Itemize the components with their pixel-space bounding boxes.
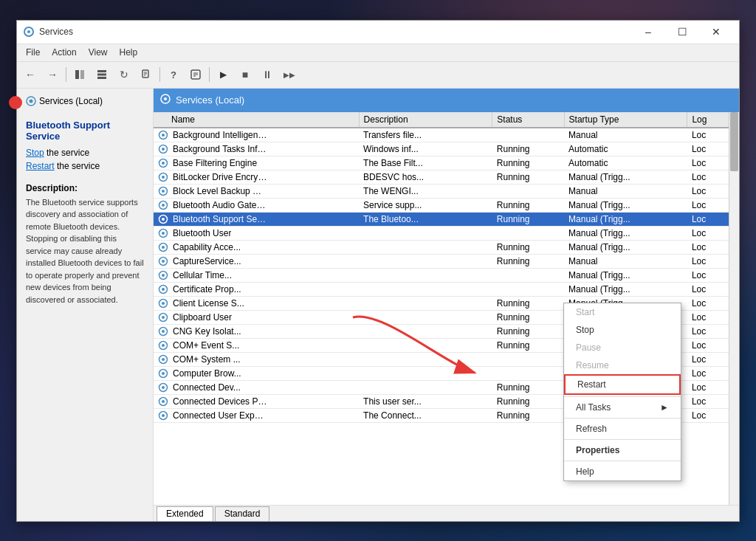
menu-bar: File Action View Help (17, 44, 739, 62)
table-row[interactable]: Base Filtering EngineThe Base Filt...Run… (154, 156, 739, 170)
svg-rect-2 (75, 70, 79, 79)
service-name-cell: Client License S... (154, 297, 272, 310)
refresh-button[interactable]: ↻ (114, 64, 134, 85)
service-row-icon (158, 130, 170, 140)
ctx-alltasks-item[interactable]: All Tasks ► (564, 399, 681, 416)
table-row[interactable]: Bluetooth Audio Gateway Se...Service sup… (154, 198, 739, 212)
back-button[interactable]: ← (20, 64, 41, 85)
svg-point-36 (162, 246, 165, 249)
service-row-icon (158, 200, 170, 210)
svg-point-44 (162, 302, 165, 305)
minimize-button[interactable]: – (631, 20, 665, 44)
service-row-icon (158, 326, 170, 337)
ctx-pause-item[interactable]: Pause (564, 339, 681, 356)
scrollbar-track[interactable] (729, 112, 739, 505)
services-header-bar: Services (Local) (154, 89, 739, 112)
table-row[interactable]: Bluetooth Support ServiceThe Bluetoo...R… (154, 212, 739, 226)
context-menu: Start Stop Pause Resume Restart All Task… (563, 303, 681, 481)
window-controls: – ☐ ✕ (631, 20, 733, 44)
service-name-cell: Connected Devices Platform ... (154, 395, 272, 408)
menu-action[interactable]: Action (46, 44, 82, 61)
selected-service-name: Bluetooth Support Service (26, 120, 144, 142)
service-row-icon (158, 256, 170, 266)
service-name-cell: Background Tasks Infrastruc... (154, 142, 272, 156)
tab-extended[interactable]: Extended (157, 506, 213, 521)
svg-point-22 (162, 148, 165, 151)
table-row[interactable]: CaptureService...RunningManualLoc (154, 254, 739, 268)
ctx-resume-item[interactable]: Resume (564, 356, 681, 374)
ctx-restart-item[interactable]: Restart (564, 374, 681, 395)
properties-button[interactable] (185, 64, 206, 85)
menu-help[interactable]: Help (114, 44, 144, 61)
svg-point-32 (162, 218, 165, 221)
stop-link[interactable]: Stop (26, 148, 44, 158)
svg-point-48 (162, 330, 165, 333)
table-row[interactable]: Capability Acce...RunningManual (Trigg..… (154, 240, 739, 254)
col-description[interactable]: Description (359, 112, 492, 128)
service-row-icon (158, 172, 170, 182)
svg-point-26 (162, 176, 165, 179)
ctx-help-item[interactable]: Help (564, 463, 681, 480)
help-button[interactable]: ? (163, 64, 184, 85)
svg-point-16 (30, 99, 33, 103)
menu-file[interactable]: File (20, 44, 46, 61)
ctx-properties-item[interactable]: Properties (564, 441, 681, 459)
table-row[interactable]: Bluetooth UserManual (Trigg...Loc (154, 226, 739, 240)
list-button[interactable] (92, 64, 112, 85)
table-row[interactable]: Certificate Prop...Manual (Trigg...Loc (154, 282, 739, 296)
services-window: Services – ☐ ✕ File Action View Help ← →… (16, 20, 740, 522)
toolbar: ← → ↻ ? ▶ ■ ⏸ ▶▶ (17, 62, 739, 89)
maximize-button[interactable]: ☐ (665, 20, 699, 44)
service-row-icon (158, 340, 170, 351)
service-name-cell: Certificate Prop... (154, 283, 272, 296)
tree-icon (26, 96, 36, 106)
restart-service-button[interactable]: ▶▶ (279, 64, 300, 85)
service-name-cell: Capability Acce... (154, 241, 272, 254)
table-row[interactable]: BitLocker Drive Encryption S...BDESVC ho… (154, 170, 739, 184)
menu-view[interactable]: View (83, 44, 114, 61)
service-name-cell: Block Level Backup Engine S... (154, 185, 272, 198)
services-local-tree-item[interactable]: Services (Local) (23, 94, 147, 108)
service-row-icon (158, 214, 170, 224)
services-header-text: Services (Local) (176, 94, 244, 106)
show-hide-button[interactable] (69, 64, 90, 85)
window-title: Services (39, 27, 631, 37)
svg-point-54 (162, 372, 165, 375)
services-local-label: Services (Local) (39, 96, 103, 106)
export-button[interactable] (136, 64, 157, 85)
ctx-refresh-item[interactable]: Refresh (564, 420, 681, 438)
forward-button[interactable]: → (42, 64, 63, 85)
pause-service-button[interactable]: ⏸ (257, 64, 278, 85)
svg-point-20 (162, 134, 165, 137)
svg-point-18 (164, 97, 167, 100)
col-startup[interactable]: Startup Type (564, 112, 687, 128)
service-name-cell: Bluetooth User (154, 227, 272, 240)
scrollbar-thumb[interactable] (730, 112, 738, 171)
title-bar: Services – ☐ ✕ (17, 21, 739, 44)
svg-point-58 (162, 400, 165, 403)
red-dot-indicator (9, 96, 22, 109)
ctx-start-item[interactable]: Start (564, 303, 681, 321)
table-row[interactable]: Cellular Time...Manual (Trigg...Loc (154, 268, 739, 282)
service-name-cell: BitLocker Drive Encryption S... (154, 170, 272, 184)
restart-action-row: Restart the service (26, 161, 144, 171)
start-service-button[interactable]: ▶ (213, 64, 233, 85)
service-row-icon (158, 298, 170, 309)
ctx-stop-item[interactable]: Stop (564, 321, 681, 339)
stop-action-row: Stop the service (26, 148, 144, 158)
stop-service-button[interactable]: ■ (235, 64, 255, 85)
service-name-cell: Cellular Time... (154, 269, 272, 282)
tab-standard[interactable]: Standard (215, 506, 270, 521)
service-name-cell: Bluetooth Audio Gateway Se... (154, 199, 272, 212)
close-button[interactable]: ✕ (699, 20, 733, 44)
table-row[interactable]: Background Tasks Infrastruc...Windows in… (154, 142, 739, 156)
col-status[interactable]: Status (492, 112, 564, 128)
svg-rect-3 (80, 70, 84, 79)
service-row-icon (158, 312, 170, 323)
table-row[interactable]: Block Level Backup Engine S...The WENGI.… (154, 184, 739, 198)
restart-link[interactable]: Restart (26, 161, 55, 171)
svg-point-30 (162, 204, 165, 207)
col-name[interactable]: Name (154, 112, 359, 128)
description-section: Description: The Bluetooth service suppo… (26, 183, 144, 306)
table-row[interactable]: Background Intelligent Tran...Transfers … (154, 128, 739, 142)
